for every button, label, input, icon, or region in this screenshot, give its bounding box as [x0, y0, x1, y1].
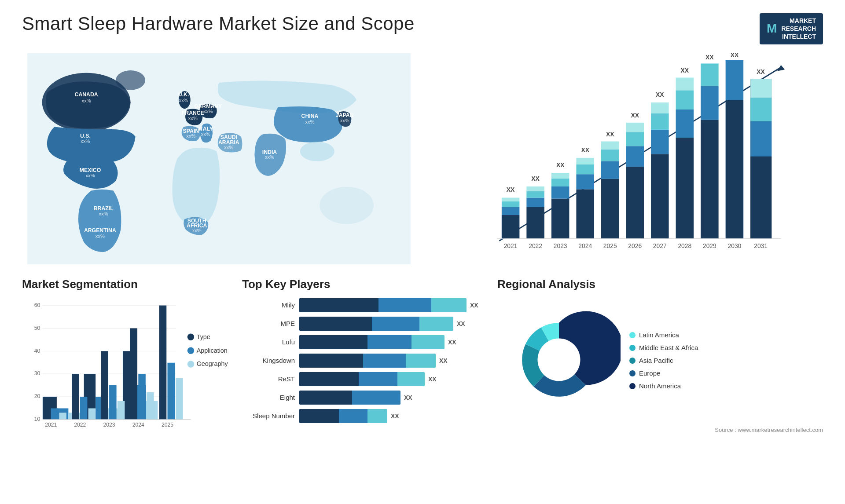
svg-rect-135: [101, 351, 108, 420]
svg-text:U.S.: U.S.: [80, 133, 91, 139]
svg-rect-41: [502, 207, 520, 215]
svg-rect-65: [626, 167, 644, 238]
top-row: CANADA xx% U.S. xx% MEXICO xx% BRAZIL xx…: [22, 53, 823, 264]
legend-asia-pacific: Asia Pacific: [629, 357, 698, 364]
svg-rect-53: [551, 173, 569, 179]
svg-rect-51: [551, 186, 569, 198]
svg-rect-82: [701, 63, 719, 86]
svg-rect-66: [626, 146, 644, 167]
world-map-container: CANADA xx% U.S. xx% MEXICO xx% BRAZIL xx…: [22, 53, 416, 264]
player-bar: XX: [299, 354, 448, 368]
svg-text:40: 40: [34, 347, 40, 354]
svg-rect-48: [526, 186, 544, 191]
svg-rect-77: [676, 90, 694, 110]
key-players-section: Top Key Players Mlily XX: [242, 278, 489, 462]
svg-text:60: 60: [34, 302, 40, 308]
svg-rect-141: [159, 305, 167, 419]
svg-rect-94: [750, 79, 772, 98]
svg-text:XX: XX: [507, 186, 515, 193]
svg-text:2021: 2021: [504, 242, 518, 249]
player-row: MPE XX: [242, 317, 489, 331]
svg-rect-85: [726, 60, 744, 100]
legend-north-america: North America: [629, 382, 698, 390]
player-row: Eight XX: [242, 391, 489, 405]
svg-rect-50: [551, 198, 569, 238]
player-label: XX: [404, 394, 412, 401]
logo-text: MARKET RESEARCH INTELLECT: [781, 17, 816, 41]
svg-text:xx%: xx%: [192, 228, 202, 233]
player-label: XX: [439, 357, 448, 364]
svg-text:50: 50: [34, 325, 40, 331]
svg-rect-55: [576, 189, 594, 238]
svg-rect-67: [626, 132, 644, 146]
svg-rect-133: [80, 397, 88, 420]
svg-text:xx%: xx%: [201, 131, 210, 136]
svg-rect-60: [601, 179, 619, 238]
svg-text:XX: XX: [531, 175, 540, 182]
svg-text:XX: XX: [606, 130, 614, 137]
legend-latin-america: Latin America: [629, 331, 698, 339]
logo: M MARKET RESEARCH INTELLECT: [760, 13, 823, 44]
donut-chart: [497, 298, 621, 423]
svg-marker-39: [777, 65, 785, 71]
player-name: Lufu: [242, 338, 295, 346]
svg-rect-43: [502, 197, 520, 201]
svg-text:2025: 2025: [162, 422, 173, 428]
svg-rect-132: [72, 374, 79, 420]
svg-rect-138: [130, 328, 138, 419]
player-name: Kingsdown: [242, 357, 295, 364]
growth-chart-section: XX XX XX: [429, 53, 823, 264]
svg-rect-92: [750, 121, 772, 156]
player-label: XX: [428, 376, 437, 383]
legend-dot: [629, 345, 636, 351]
svg-rect-52: [551, 178, 569, 186]
svg-point-5: [320, 186, 374, 224]
svg-rect-47: [526, 191, 544, 197]
bottom-row: Market Segmentation 60 50 40 30 20 10: [22, 278, 823, 462]
svg-text:XX: XX: [757, 68, 765, 75]
svg-text:2023: 2023: [103, 422, 115, 428]
svg-point-4: [300, 141, 334, 161]
legend-dot: [629, 332, 636, 338]
player-label: XX: [457, 320, 465, 327]
svg-text:xx%: xx%: [96, 233, 105, 238]
svg-rect-137: [118, 401, 125, 419]
map-section: CANADA xx% U.S. xx% MEXICO xx% BRAZIL xx…: [22, 53, 416, 264]
legend-middle-east-africa: Middle East & Africa: [629, 344, 698, 351]
svg-rect-68: [626, 122, 644, 131]
svg-text:2025: 2025: [603, 242, 617, 249]
svg-rect-134: [88, 408, 96, 419]
svg-text:MEXICO: MEXICO: [80, 167, 101, 173]
svg-text:FRANCE: FRANCE: [182, 110, 204, 116]
player-bar: XX: [299, 335, 456, 349]
svg-text:2023: 2023: [554, 242, 567, 249]
svg-text:2024: 2024: [578, 242, 592, 249]
svg-rect-73: [651, 102, 669, 113]
legend-dot: [629, 358, 636, 364]
player-label: XX: [470, 302, 478, 309]
svg-rect-78: [676, 77, 694, 90]
svg-text:2028: 2028: [678, 242, 691, 249]
svg-rect-84: [726, 100, 744, 238]
svg-text:10: 10: [34, 416, 40, 422]
player-name: ReST: [242, 375, 295, 383]
player-bar: XX: [299, 317, 465, 331]
svg-text:2021: 2021: [45, 422, 57, 428]
svg-text:xx%: xx%: [82, 98, 91, 103]
legend-label: North America: [639, 382, 681, 390]
svg-rect-71: [651, 129, 669, 153]
player-name: MPE: [242, 320, 295, 327]
svg-rect-62: [601, 149, 619, 161]
svg-text:xx%: xx%: [224, 144, 233, 150]
legend-label: Asia Pacific: [639, 357, 673, 364]
svg-rect-70: [651, 154, 669, 238]
svg-point-154: [187, 361, 194, 367]
svg-rect-76: [676, 110, 694, 138]
legend-label: Middle East & Africa: [639, 344, 698, 351]
svg-rect-93: [750, 98, 772, 121]
player-row: Lufu XX: [242, 335, 489, 349]
svg-text:xx%: xx%: [81, 139, 90, 144]
svg-text:xx%: xx%: [85, 173, 95, 178]
svg-text:xx%: xx%: [186, 133, 195, 139]
svg-point-157: [537, 338, 580, 381]
